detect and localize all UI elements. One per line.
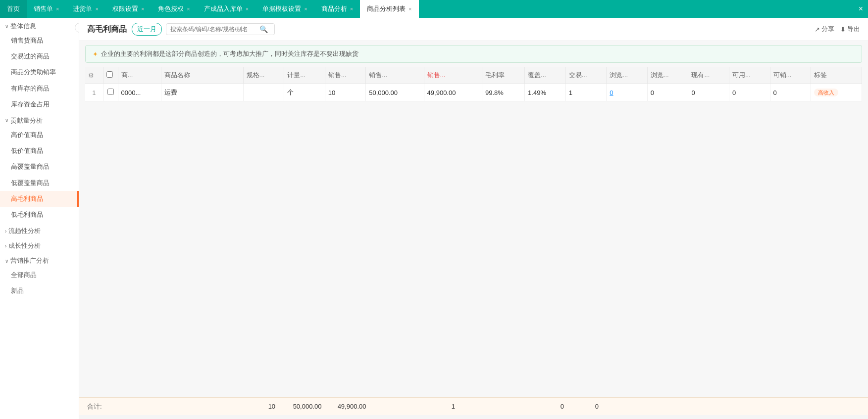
cell-saleable: 0 <box>770 84 811 101</box>
sidebar-item-low-value[interactable]: 低价值商品 <box>0 143 79 159</box>
sidebar-group-marketing[interactable]: ∨ 营销推广分析 <box>0 252 79 267</box>
close-all-button[interactable]: × <box>859 4 868 13</box>
share-icon: ↗ <box>815 26 820 33</box>
sidebar-item-low-margin[interactable]: 低毛利商品 <box>0 207 79 223</box>
sidebar-group-trend[interactable]: › 流趋性分析 <box>0 223 79 237</box>
col-gross-margin: 毛利率 <box>482 67 524 84</box>
cell-name: 运费 <box>161 84 243 101</box>
cell-sales-qty: 10 <box>325 84 366 101</box>
sidebar-item-traded-goods[interactable]: 交易过的商品 <box>0 48 79 64</box>
table-row: 1 0000... 运费 个 10 50,000.00 49,900.00 99… <box>85 84 862 101</box>
cell-index: 1 <box>85 84 103 101</box>
cell-sales-profit: 49,900.00 <box>424 84 482 101</box>
sidebar-item-new-goods[interactable]: 新品 <box>0 283 79 299</box>
nav-product-analysis[interactable]: 商品分析 × <box>314 0 360 18</box>
footer-sales-amt: 50,000.00 <box>293 403 338 410</box>
content-header: 高毛利商品 近一月 🔍 ↗ 分享 ⬇ 导出 <box>79 18 868 41</box>
cell-tag: 高收入 <box>811 84 862 101</box>
nav-sales-order[interactable]: 销售单 × <box>27 0 66 18</box>
arrow-right-icon: › <box>5 229 6 234</box>
page-title: 高毛利商品 <box>87 24 127 35</box>
export-button[interactable]: ⬇ 导出 <box>840 25 860 34</box>
close-role-icon[interactable]: × <box>187 6 190 12</box>
col-current: 现有... <box>688 67 729 84</box>
col-saleable: 可销... <box>770 67 811 84</box>
sidebar-item-high-value[interactable]: 高价值商品 <box>0 127 79 143</box>
arrow-right-icon-2: › <box>5 243 6 249</box>
sidebar-item-in-stock[interactable]: 有库存的商品 <box>0 81 79 96</box>
select-all-checkbox[interactable] <box>106 71 113 78</box>
cell-code: 0000... <box>118 84 161 101</box>
table-container: ⚙ 商... 商品名称 规格... 计量... 销售... 销售... 销售..… <box>79 67 868 397</box>
sidebar-item-all-goods[interactable]: 全部商品 <box>0 267 79 283</box>
footer-transactions: 1 <box>452 403 491 410</box>
cell-unit: 个 <box>284 84 325 101</box>
close-sales-order-icon[interactable]: × <box>56 6 59 12</box>
col-views1: 浏览... <box>607 67 648 84</box>
cell-gross-margin: 99.8% <box>482 84 524 101</box>
close-purchase-order-icon[interactable]: × <box>95 6 98 12</box>
cell-coverage: 1.49% <box>525 84 566 101</box>
cell-views1[interactable]: 0 <box>607 84 648 101</box>
close-analysis-list-icon[interactable]: × <box>408 6 411 12</box>
sidebar-item-category-sales[interactable]: 商品分类助销率 <box>0 64 79 80</box>
sidebar-item-stock-capital[interactable]: 库存资金占用 <box>0 96 79 112</box>
search-input[interactable] <box>170 26 259 33</box>
filter-recent-month-button[interactable]: 近一月 <box>132 23 162 36</box>
sidebar-group-contribution[interactable]: ∨ 贡献量分析 <box>0 112 79 127</box>
cell-sales-amt: 50,000.00 <box>366 84 424 101</box>
col-tag: 标签 <box>811 67 862 84</box>
footer-sales-qty: 10 <box>268 403 293 410</box>
footer-total-label: 合计: <box>87 402 102 411</box>
cell-spec <box>243 84 284 101</box>
main-layout: 《 ∨ 整体信息 销售货商品 交易过的商品 商品分类助销率 有库存的商品 库存资… <box>0 18 868 419</box>
column-settings-icon[interactable]: ⚙ <box>88 72 94 79</box>
col-code: 商... <box>118 67 161 84</box>
warning-icon: ✦ <box>93 50 98 58</box>
col-settings[interactable]: ⚙ <box>85 67 103 84</box>
close-analysis-icon[interactable]: × <box>350 6 353 12</box>
info-banner: ✦ 企业的主要的利润都是这部分商品创造的，可考虑加大推广，同时关注库存是不要出现… <box>85 45 862 63</box>
nav-purchase-order[interactable]: 进货单 × <box>66 0 105 18</box>
arrow-down-icon-3: ∨ <box>5 258 8 264</box>
sidebar-item-sales-goods[interactable]: 销售货商品 <box>0 33 79 48</box>
footer-current: 0 <box>561 403 595 410</box>
top-navigation: 首页 销售单 × 进货单 × 权限设置 × 角色授权 × 产成品入库单 × 单据… <box>0 0 868 18</box>
nav-permission-settings[interactable]: 权限设置 × <box>105 0 151 18</box>
col-sales-amt: 销售... <box>366 67 424 84</box>
sidebar-group-overall[interactable]: ∨ 整体信息 <box>0 18 79 33</box>
close-product-stock-icon[interactable]: × <box>246 6 249 12</box>
col-available: 可用... <box>729 67 770 84</box>
search-icon[interactable]: 🔍 <box>259 25 268 33</box>
nav-role-auth[interactable]: 角色授权 × <box>151 0 197 18</box>
close-template-icon[interactable]: × <box>304 6 307 12</box>
horizontal-scrollbar[interactable] <box>79 415 868 419</box>
sidebar-group-growth[interactable]: › 成长性分析 <box>0 237 79 252</box>
footer-values: 10 50,000.00 49,900.00 1 0 0 <box>112 403 860 410</box>
col-checkbox[interactable] <box>103 67 118 84</box>
col-name: 商品名称 <box>161 67 243 84</box>
col-unit: 计量... <box>284 67 325 84</box>
sidebar-item-low-coverage[interactable]: 低覆盖量商品 <box>0 175 79 191</box>
footer-sales-profit: 49,900.00 <box>338 403 382 410</box>
footer-total-row: 合计: 10 50,000.00 49,900.00 1 0 0 <box>79 397 868 415</box>
arrow-down-icon-2: ∨ <box>5 118 8 123</box>
nav-product-stock[interactable]: 产成品入库单 × <box>197 0 255 18</box>
product-table: ⚙ 商... 商品名称 规格... 计量... 销售... 销售... 销售..… <box>85 67 862 101</box>
sidebar-item-high-coverage[interactable]: 高覆盖量商品 <box>0 159 79 175</box>
col-views2: 浏览... <box>647 67 688 84</box>
nav-template-settings[interactable]: 单据模板设置 × <box>255 0 314 18</box>
col-sales-qty: 销售... <box>325 67 366 84</box>
sidebar-item-high-margin[interactable]: 高毛利商品 <box>0 191 79 207</box>
close-permission-icon[interactable]: × <box>141 6 144 12</box>
share-button[interactable]: ↗ 分享 <box>815 25 834 34</box>
col-coverage: 覆盖... <box>525 67 566 84</box>
content-area: 高毛利商品 近一月 🔍 ↗ 分享 ⬇ 导出 ✦ 企业的主 <box>79 18 868 419</box>
arrow-down-icon: ∨ <box>5 24 8 29</box>
cell-checkbox[interactable] <box>103 84 118 101</box>
nav-product-analysis-list[interactable]: 商品分析列表 × <box>360 0 418 18</box>
sidebar: 《 ∨ 整体信息 销售货商品 交易过的商品 商品分类助销率 有库存的商品 库存资… <box>0 18 79 419</box>
col-transactions: 交易... <box>565 67 607 84</box>
export-icon: ⬇ <box>840 26 846 33</box>
nav-home[interactable]: 首页 <box>0 0 27 18</box>
